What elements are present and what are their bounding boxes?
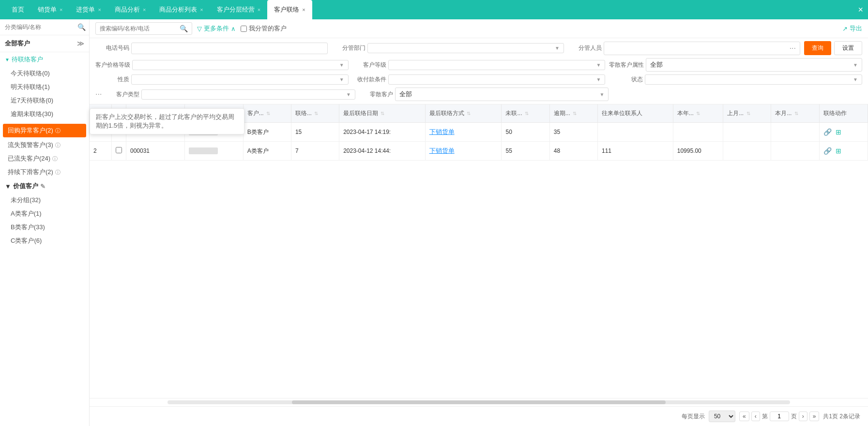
- sidebar-search-input[interactable]: [5, 24, 77, 30]
- this-month-column-header[interactable]: 本月... ⇅: [771, 104, 819, 123]
- row1-level: B类客户: [243, 123, 291, 142]
- customer-type-label: 客户类型: [106, 90, 139, 99]
- sidebar-item-overdue[interactable]: 逾期未联络(30): [0, 107, 89, 121]
- this-month-sort-icon: ⇅: [794, 111, 798, 116]
- value-customer-group-header[interactable]: ▼ 价值客户 ✎: [0, 179, 89, 193]
- sidebar-item-declining[interactable]: 持续下滑客户(2) ⓘ: [0, 165, 89, 179]
- sidebar-item-today[interactable]: 今天待联络(0): [0, 67, 89, 80]
- close-sales-order-icon[interactable]: ×: [60, 7, 62, 13]
- retail-customer-select[interactable]: 全部 ▼: [395, 88, 609, 101]
- pay-terms-label: 收付款条件: [352, 75, 386, 84]
- row1-link-icon[interactable]: 🔗: [823, 128, 832, 136]
- prev-page-button[interactable]: ‹: [751, 411, 760, 421]
- status-select[interactable]: ▼: [645, 74, 862, 85]
- phone-input[interactable]: [131, 43, 328, 54]
- last-contact-method-column-header[interactable]: 最后联络方式 ⇅: [425, 104, 502, 123]
- manager-select[interactable]: ···: [604, 42, 800, 55]
- uncontacted-column-header[interactable]: 未联... ⇅: [502, 104, 549, 123]
- pagination-navigation: « ‹ 第 页 › »: [739, 411, 819, 421]
- search-input[interactable]: [100, 25, 180, 32]
- nav-sales-order[interactable]: 销货单 ×: [31, 0, 69, 19]
- query-button[interactable]: 查询: [804, 41, 831, 55]
- last-contact-date-column-header[interactable]: 最后联络日期 ⇅: [339, 104, 426, 123]
- window-close-button[interactable]: ×: [858, 5, 863, 15]
- last-contact-method-sort-icon: ⇅: [467, 111, 471, 116]
- gender-select[interactable]: ▼: [131, 74, 349, 85]
- phone-label: 电话号码: [95, 44, 129, 52]
- manager-dots-icon[interactable]: ···: [790, 44, 796, 53]
- close-product-analysis-icon[interactable]: ×: [143, 7, 146, 13]
- sidebar-search-icon[interactable]: 🔍: [77, 23, 86, 31]
- last-contact-date-sort-icon: ⇅: [381, 111, 384, 116]
- department-select[interactable]: ▼: [367, 43, 564, 53]
- row1-grid-icon[interactable]: ⊞: [836, 128, 841, 136]
- this-year-column-header[interactable]: 本年... ⇅: [673, 104, 723, 123]
- tooltip-repurchase-anomaly: 距客户上次交易时长，超过了此客户的平均交易周期的1.5倍，则视为异常。: [90, 108, 244, 134]
- chevron-up-icon: ∧: [231, 25, 236, 32]
- filter-customer-level-field: 客户等级 ▼: [352, 60, 606, 70]
- sidebar-item-7days[interactable]: 近7天待联络(0): [0, 94, 89, 107]
- filter-department-field: 分管部门 ▼: [332, 43, 564, 53]
- sidebar-item-class-a[interactable]: A类客户(1): [0, 207, 89, 220]
- sidebar-item-class-b[interactable]: B类客户(33): [0, 220, 89, 234]
- next-page-button[interactable]: ›: [799, 411, 807, 421]
- row2-checkbox[interactable]: [116, 147, 122, 153]
- nav-customer-contact[interactable]: 客户联络 ×: [267, 0, 312, 19]
- nav-purchase-order[interactable]: 进货单 ×: [69, 0, 107, 19]
- price-level-select[interactable]: ▼: [132, 60, 349, 70]
- filter-customer-type-field: 客户类型 ▼: [106, 89, 355, 100]
- extra-dots-icon[interactable]: ···: [95, 90, 102, 99]
- row2-grid-icon[interactable]: ⊞: [836, 147, 841, 155]
- customer-type-select[interactable]: ▼: [141, 89, 355, 100]
- more-conditions-button[interactable]: ▽ 更多条件 ∧: [197, 24, 236, 33]
- pay-terms-select[interactable]: ▼: [388, 74, 606, 85]
- close-customer-contact-icon[interactable]: ×: [302, 7, 305, 13]
- last-month-sort-icon: ⇅: [746, 111, 750, 116]
- manager-label: 分管人员: [568, 44, 602, 52]
- sidebar-item-repurchase-anomaly[interactable]: 回购异常客户(2) ⓘ: [3, 124, 86, 137]
- row2-this-month: [771, 142, 819, 161]
- scroll-thumb[interactable]: [292, 400, 666, 404]
- group-edit-icon[interactable]: ✎: [40, 183, 46, 190]
- sidebar-item-class-c[interactable]: C类客户(6): [0, 234, 89, 248]
- my-customers-checkbox[interactable]: [241, 26, 247, 32]
- last-page-button[interactable]: »: [809, 411, 820, 421]
- customer-level-select[interactable]: ▼: [388, 60, 606, 70]
- sidebar-collapse-icon[interactable]: ≫: [77, 40, 84, 47]
- close-purchase-order-icon[interactable]: ×: [98, 7, 101, 13]
- horizontal-scrollbar[interactable]: [90, 398, 868, 406]
- per-page-select[interactable]: 50 100: [709, 411, 735, 422]
- close-product-analysis-list-icon[interactable]: ×: [200, 7, 203, 13]
- search-icon[interactable]: 🔍: [180, 25, 188, 32]
- last-month-column-header[interactable]: 上月... ⇅: [723, 104, 771, 123]
- nav-product-analysis-list[interactable]: 商品分析列表 ×: [152, 0, 210, 19]
- row2-link-icon[interactable]: 🔗: [823, 147, 832, 155]
- sidebar-item-churn-warning[interactable]: 流失预警客户(3) ⓘ: [0, 138, 89, 152]
- sidebar-item-tomorrow[interactable]: 明天待联络(1): [0, 80, 89, 94]
- row2-method-link[interactable]: 下销货单: [429, 147, 455, 154]
- nav-product-analysis[interactable]: 商品分析 ×: [108, 0, 152, 19]
- sidebar-item-churned[interactable]: 已流失客户(24) ⓘ: [0, 152, 89, 165]
- page-number-input[interactable]: [770, 411, 789, 421]
- settings-button[interactable]: 设置: [834, 41, 862, 55]
- sidebar: 🔍 全部客户 ≫ ▼ 待联络客户 今天待联络(0) 明天待联络(1) 近7天待联…: [0, 19, 90, 426]
- nav-customer-segmentation[interactable]: 客户分层经营 ×: [210, 0, 267, 19]
- row1-method-link[interactable]: 下销货单: [429, 128, 455, 135]
- close-customer-segmentation-icon[interactable]: ×: [258, 7, 260, 13]
- gender-label: 性质: [95, 75, 129, 84]
- nav-home[interactable]: 首页: [5, 0, 31, 19]
- scroll-track: [168, 400, 790, 404]
- contact-count-column-header[interactable]: 联络... ⇅: [291, 104, 339, 123]
- level-column-header[interactable]: 客户... ⇅: [243, 104, 291, 123]
- export-button[interactable]: ↗ 导出: [842, 24, 862, 33]
- overdue-column-header[interactable]: 逾期... ⇅: [549, 104, 597, 123]
- retail-attr-select[interactable]: 全部 ▼: [646, 58, 862, 72]
- status-label: 状态: [609, 75, 643, 84]
- contact-person-column-header[interactable]: 往来单位联系人: [597, 104, 673, 123]
- sidebar-item-ungrouped[interactable]: 未分组(32): [0, 193, 89, 207]
- filter-status-field: 状态 ▼: [609, 74, 862, 85]
- pending-contact-section[interactable]: ▼ 待联络客户: [0, 52, 89, 67]
- my-customers-checkbox-container[interactable]: 我分管的客户: [241, 24, 287, 33]
- first-page-button[interactable]: «: [739, 411, 749, 421]
- pay-terms-caret-icon: ▼: [596, 77, 601, 82]
